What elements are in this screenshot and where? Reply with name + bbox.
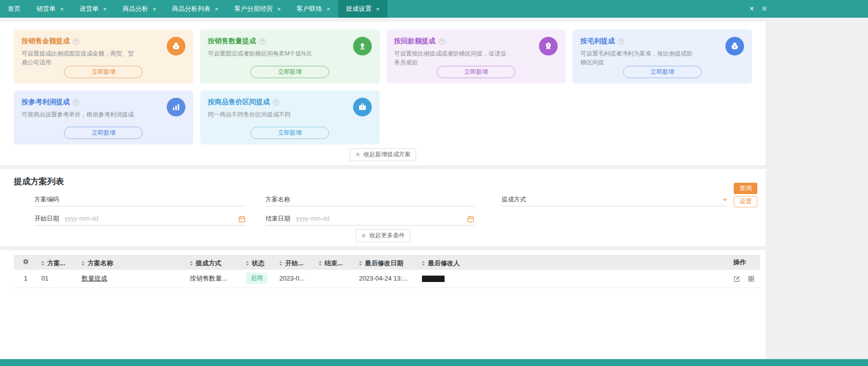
tab-label: 客户分层经营 — [234, 4, 272, 13]
close-icon[interactable]: × — [152, 6, 156, 12]
tab-sales-order[interactable]: 销货单× — [29, 0, 72, 18]
column-settings-header[interactable] — [14, 255, 37, 270]
card-sales-amount-commission: 按销售金额提成 ? 可设置提成比例或固定提成金额；商贸、贸易公司适用 ¥ 立即新… — [14, 29, 193, 84]
status-badge: 启用 — [246, 273, 268, 284]
close-icon[interactable]: × — [103, 6, 107, 12]
card-title-text: 按销售数量提成 — [208, 37, 256, 46]
sort-icon[interactable] — [82, 261, 85, 266]
col-header-modified-by[interactable]: 最后修改人 — [418, 255, 729, 270]
close-icon[interactable]: × — [327, 6, 330, 12]
filter-row-1: 方案编码 方案名称 提成方式 — [14, 195, 752, 206]
filter-plan-name: 方案名称 — [266, 195, 475, 206]
card-gross-profit-commission: 按毛利提成 ? 可设置毛利或者净利为基准，按比例提或阶梯区间提 ¥ 立即新增 — [572, 29, 752, 84]
add-now-button[interactable]: 立即新增 — [437, 66, 515, 78]
col-header-actions: 操作 — [729, 255, 760, 270]
bottom-theme-bar — [0, 359, 868, 366]
col-header-end-date[interactable]: 结束... — [315, 255, 355, 270]
sort-icon[interactable] — [279, 261, 282, 266]
tab-label: 客户联络 — [297, 4, 322, 13]
help-icon[interactable]: ? — [73, 99, 79, 106]
plan-name-link[interactable]: 数量提成 — [82, 275, 107, 282]
tab-product-analysis-list[interactable]: 商品分析列表× — [164, 0, 227, 18]
close-icon[interactable]: × — [277, 6, 281, 12]
close-icon[interactable]: × — [60, 6, 64, 12]
modified-date-cell: 2023-04-24 13:... — [355, 270, 418, 287]
tab-purchase-order[interactable]: 进货单× — [72, 0, 115, 18]
tab-home[interactable]: 首页 — [0, 0, 29, 18]
add-now-button[interactable]: 立即新增 — [250, 66, 329, 78]
collapse-new-plans-button[interactable]: 收起新增提成方案 — [350, 148, 416, 161]
col-header-plan-code[interactable]: 方案... — [37, 255, 78, 270]
sort-icon[interactable] — [319, 261, 322, 266]
card-title: 按毛利提成 ? — [580, 37, 744, 46]
more-actions-icon[interactable] — [748, 275, 755, 282]
col-header-plan-name[interactable]: 方案名称 — [78, 255, 186, 270]
sort-icon[interactable] — [190, 261, 193, 266]
plan-name-input[interactable] — [296, 195, 475, 204]
tabbar-actions: × ≡ — [749, 0, 767, 18]
double-chevron-up-icon — [355, 152, 360, 157]
calendar-icon[interactable] — [238, 215, 246, 223]
sort-icon[interactable] — [41, 261, 44, 266]
tab-customer-tiering[interactable]: 客户分层经营× — [226, 0, 289, 18]
start-date-input[interactable] — [65, 214, 238, 223]
card-description: 可按商品设置参考单价，根据参考利润提成 — [22, 110, 140, 119]
search-button[interactable]: 查询 — [734, 183, 757, 194]
help-icon[interactable]: ? — [73, 38, 79, 45]
card-sales-quantity-commission: 按销售数量提成 ? 可设置固定或者阶梯区间每卖M个提N元 立即新增 — [200, 29, 380, 84]
actions-cell — [729, 270, 760, 287]
double-chevron-up-icon — [361, 233, 366, 238]
filter-commission-method: 提成方式 — [502, 195, 728, 206]
help-icon[interactable]: ? — [259, 38, 266, 45]
add-now-button[interactable]: 立即新增 — [64, 66, 143, 78]
commission-method-select[interactable] — [532, 195, 728, 204]
card-payment-collection-commission: 按回款额提成 ? 可设置按比例提成或者阶梯区间提，促进业务员催款 ¥ 立即新增 — [387, 29, 566, 84]
svg-text:¥: ¥ — [547, 44, 549, 47]
end-date-input[interactable] — [296, 214, 467, 223]
col-header-start-date[interactable]: 开始... — [275, 255, 315, 270]
tab-customer-contact[interactable]: 客户联络× — [289, 0, 338, 18]
close-all-tabs-icon[interactable]: × — [749, 5, 754, 13]
card-title-text: 按回款额提成 — [394, 37, 436, 46]
status-cell: 启用 — [242, 270, 275, 287]
svg-text:¥: ¥ — [175, 45, 177, 49]
gear-icon — [22, 258, 30, 265]
add-now-button[interactable]: 立即新增 — [250, 127, 329, 139]
table-row[interactable]: 1 01 数量提成 按销售数量... 启用 2023-0... 2023-04-… — [14, 270, 760, 287]
tab-commission-settings[interactable]: 提成设置× — [338, 0, 388, 18]
collapse-more-filters-button[interactable]: 收起更多条件 — [356, 229, 410, 242]
collapse-label: 收起新增提成方案 — [363, 150, 411, 159]
tab-product-analysis[interactable]: 商品分析× — [115, 0, 164, 18]
plan-name-cell: 数量提成 — [78, 270, 186, 287]
tab-menu-icon[interactable]: ≡ — [762, 5, 766, 13]
card-title: 按销售数量提成 ? — [208, 37, 372, 46]
tab-bar: 首页 销货单× 进货单× 商品分析× 商品分析列表× 客户分层经营× 客户联络×… — [0, 0, 868, 18]
settings-button[interactable]: 设置 — [734, 196, 757, 207]
chart-icon — [167, 98, 185, 116]
sort-icon[interactable] — [422, 261, 425, 266]
filter-label: 提成方式 — [502, 196, 526, 204]
help-icon[interactable]: ? — [439, 38, 445, 45]
close-icon[interactable]: × — [215, 6, 219, 12]
close-icon[interactable]: × — [376, 6, 380, 12]
filter-label: 结束日期 — [266, 215, 290, 223]
col-header-status[interactable]: 状态 — [242, 255, 275, 270]
sort-icon[interactable] — [246, 261, 249, 266]
add-now-button[interactable]: 立即新增 — [623, 66, 702, 78]
end-date-cell — [315, 270, 355, 287]
col-header-method[interactable]: 提成方式 — [186, 255, 242, 270]
sort-icon[interactable] — [359, 261, 362, 266]
add-now-button[interactable]: 立即新增 — [64, 127, 143, 139]
col-header-modified-date[interactable]: 最后修改日期 — [355, 255, 418, 270]
medal-icon: ¥ — [539, 37, 558, 56]
plan-list-section: 提成方案列表 方案编码 方案名称 提成方式 开始日期 — [0, 169, 766, 246]
calendar-icon[interactable] — [467, 215, 475, 223]
filter-label: 开始日期 — [34, 215, 59, 223]
help-icon[interactable]: ? — [618, 38, 624, 45]
edit-icon[interactable] — [733, 275, 741, 282]
plan-code-input[interactable] — [65, 195, 246, 204]
briefcase-icon — [353, 98, 372, 116]
section-title: 提成方案列表 — [14, 176, 752, 187]
help-icon[interactable]: ? — [273, 99, 279, 106]
card-title-text: 按销售金额提成 — [22, 37, 70, 46]
